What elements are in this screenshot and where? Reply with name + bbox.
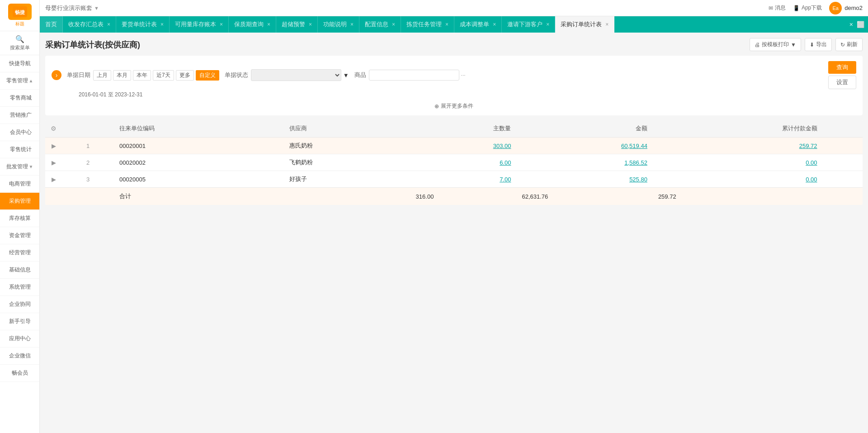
logo-image: 畅捷 bbox=[8, 4, 32, 20]
topbar-user-btn[interactable]: Ea demo2 bbox=[829, 2, 863, 14]
refresh-btn[interactable]: ↻ 刷新 bbox=[835, 38, 863, 51]
tab-config[interactable]: 配置信息 × bbox=[359, 16, 401, 33]
sidebar-item-purchase[interactable]: 采购管理 bbox=[0, 193, 39, 210]
tab-purchase-order-stat[interactable]: 采购订单统计表 × bbox=[555, 16, 614, 33]
tab-invite-downstream-close-icon[interactable]: × bbox=[546, 21, 549, 28]
filter-date-field: 单据日期 上月 本月 本年 近7天 更多 自定义 bbox=[67, 70, 219, 81]
print-btn[interactable]: 🖨 按模板打印 ▼ bbox=[750, 38, 801, 51]
row-number: 2 bbox=[62, 154, 114, 171]
tab-purchase-order-stat-close-icon[interactable]: × bbox=[605, 21, 609, 28]
sidebar-item-retail-stat[interactable]: 零售统计 bbox=[0, 141, 39, 158]
tab-available-stock-close-icon[interactable]: × bbox=[220, 21, 223, 28]
tab-cost-adjust-close-icon[interactable]: × bbox=[493, 21, 496, 28]
tab-home-label: 首页 bbox=[45, 20, 57, 29]
sidebar-search-item[interactable]: 🔍 搜索菜单 bbox=[0, 31, 39, 55]
col-header-amount: 金额 bbox=[516, 120, 652, 138]
row-amount-link[interactable]: 60,519.44 bbox=[621, 143, 647, 149]
tab-requisition[interactable]: 要货单统计表 × bbox=[116, 16, 170, 33]
tab-available-stock[interactable]: 可用量库存账本 × bbox=[170, 16, 229, 33]
tab-pick-task-close-icon[interactable]: × bbox=[445, 21, 448, 28]
tab-home[interactable]: 首页 bbox=[40, 16, 63, 33]
topbar-title[interactable]: 母婴行业演示账套 ▼ bbox=[45, 4, 99, 12]
expand-conditions-btn[interactable]: ⊕ 展开更多条件 bbox=[434, 102, 473, 110]
goods-more-icon[interactable]: ··· bbox=[461, 72, 466, 78]
goods-filter-label: 商品 bbox=[354, 71, 366, 79]
sidebar-item-shortcut[interactable]: 快捷导航 bbox=[0, 55, 39, 72]
sidebar-item-operation[interactable]: 经营管理 bbox=[0, 244, 39, 262]
tab-function-desc[interactable]: 功能说明 × bbox=[318, 16, 359, 33]
sidebar-item-system[interactable]: 系统管理 bbox=[0, 279, 39, 296]
row-paid-link[interactable]: 0.00 bbox=[806, 176, 817, 183]
sidebar-item-enterprise[interactable]: 企业协同 bbox=[0, 296, 39, 313]
row-paid-link[interactable]: 259.72 bbox=[799, 143, 817, 149]
row-amount-link[interactable]: 525.80 bbox=[629, 176, 647, 183]
sidebar-item-newbie[interactable]: 新手引导 bbox=[0, 313, 39, 330]
sidebar-item-finance[interactable]: 资金管理 bbox=[0, 227, 39, 244]
filter-toggle-btn[interactable]: › bbox=[52, 70, 61, 80]
tab-expiry-close-icon[interactable]: × bbox=[267, 21, 270, 28]
table-settings-icon[interactable]: ⚙ bbox=[51, 125, 57, 132]
row-supplier-name: 惠氏奶粉 bbox=[284, 138, 410, 154]
status-select[interactable] bbox=[251, 69, 341, 81]
date-last7-btn[interactable]: 近7天 bbox=[153, 70, 174, 81]
row-qty-link[interactable]: 6.00 bbox=[500, 159, 511, 166]
tab-overstock-close-icon[interactable]: × bbox=[309, 21, 312, 28]
tab-maximize-btn[interactable]: ⬜ bbox=[857, 21, 864, 28]
sidebar-item-retail-mall[interactable]: 零售商城 bbox=[0, 90, 39, 107]
sidebar-item-inventory[interactable]: 库存核算 bbox=[0, 210, 39, 227]
expand-row-chevron-icon: ▶ bbox=[52, 159, 56, 166]
date-last-month-btn[interactable]: 上月 bbox=[93, 70, 111, 81]
tab-cost-adjust[interactable]: 成本调整单 × bbox=[454, 16, 502, 33]
settings-btn[interactable]: 设置 bbox=[828, 76, 856, 89]
sidebar-item-member2[interactable]: 畅会员 bbox=[0, 365, 39, 382]
page-header-actions: 🖨 按模板打印 ▼ ⬇ 导出 ↻ 刷新 bbox=[750, 38, 863, 51]
tab-overstock[interactable]: 超储预警 × bbox=[276, 16, 318, 33]
sidebar-item-wechat[interactable]: 企业微信 bbox=[0, 347, 39, 365]
row-qty-link[interactable]: 303.00 bbox=[493, 143, 511, 149]
main-content: 母婴行业演示账套 ▼ ✉ 消息 📱 App下载 Ea demo2 首页 bbox=[40, 0, 868, 433]
tab-receivable[interactable]: 收发存汇总表 × bbox=[63, 16, 116, 33]
export-btn[interactable]: ⬇ 导出 bbox=[805, 38, 832, 51]
row-amount-link[interactable]: 1,586.52 bbox=[624, 159, 647, 166]
sidebar-item-retail[interactable]: 零售管理 ▲ bbox=[0, 72, 39, 90]
tab-expiry[interactable]: 保质期查询 × bbox=[229, 16, 276, 33]
date-this-year-btn[interactable]: 本年 bbox=[133, 70, 151, 81]
filter-row-main: › 单据日期 上月 本月 本年 近7天 更多 自定义 单据状态 bbox=[52, 61, 856, 89]
goods-input[interactable] bbox=[369, 70, 459, 81]
sidebar-nav-label-operation: 经营管理 bbox=[9, 249, 31, 257]
row-paid-link[interactable]: 0.00 bbox=[806, 159, 817, 166]
row-qty-link[interactable]: 7.00 bbox=[500, 176, 511, 183]
goods-input-wrapper: ··· bbox=[369, 70, 466, 81]
sidebar-item-wholesale[interactable]: 批发管理 ▼ bbox=[0, 158, 39, 176]
tab-requisition-label: 要货单统计表 bbox=[122, 20, 157, 29]
sidebar-item-appcenter[interactable]: 应用中心 bbox=[0, 330, 39, 347]
row-supplier-code: 00020005 bbox=[114, 171, 284, 188]
tab-pick-task[interactable]: 拣货任务管理 × bbox=[401, 16, 454, 33]
date-this-month-btn[interactable]: 本月 bbox=[113, 70, 131, 81]
tab-close-all-btn[interactable]: × bbox=[849, 21, 853, 28]
retail-arrow-icon: ▲ bbox=[29, 78, 33, 83]
tab-function-desc-close-icon[interactable]: × bbox=[350, 21, 354, 28]
date-filter-label: 单据日期 bbox=[67, 71, 90, 79]
sidebar-item-marketing[interactable]: 营销推广 bbox=[0, 107, 39, 124]
table-row: ▶ 2 00020002 飞鹤奶粉 6.00 1,586.52 0.00 bbox=[45, 154, 863, 171]
row-expand-icon[interactable]: ▶ bbox=[45, 171, 62, 188]
sidebar-item-basic[interactable]: 基础信息 bbox=[0, 262, 39, 279]
sidebar: 畅捷 标题 🔍 搜索菜单 快捷导航 零售管理 ▲ 零售商城 营销推广 会员中心 … bbox=[0, 0, 40, 433]
date-custom-btn[interactable]: 自定义 bbox=[196, 70, 219, 81]
row-expand-icon[interactable]: ▶ bbox=[45, 138, 62, 154]
row-expand-icon[interactable]: ▶ bbox=[45, 154, 62, 171]
tab-receivable-close-icon[interactable]: × bbox=[107, 21, 110, 28]
query-btn[interactable]: 查询 bbox=[828, 61, 856, 74]
topbar-message-btn[interactable]: ✉ 消息 bbox=[769, 4, 786, 12]
sidebar-item-member[interactable]: 会员中心 bbox=[0, 124, 39, 141]
date-more-btn[interactable]: 更多 bbox=[176, 70, 194, 81]
tab-requisition-close-icon[interactable]: × bbox=[160, 21, 164, 28]
filter-area: › 单据日期 上月 本月 本年 近7天 更多 自定义 单据状态 bbox=[45, 56, 863, 115]
sidebar-item-ecommerce[interactable]: 电商管理 bbox=[0, 176, 39, 193]
svg-text:畅捷: 畅捷 bbox=[15, 10, 25, 15]
tab-invite-downstream[interactable]: 邀请下游客户 × bbox=[502, 16, 555, 33]
row-number: 1 bbox=[62, 138, 114, 154]
topbar-app-download-btn[interactable]: 📱 App下载 bbox=[793, 4, 822, 12]
tab-config-close-icon[interactable]: × bbox=[392, 21, 395, 28]
